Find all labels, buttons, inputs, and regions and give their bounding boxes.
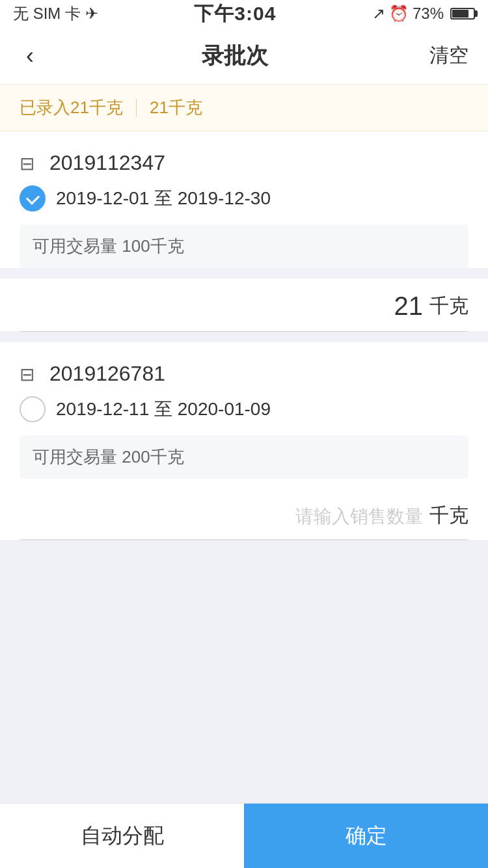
- batch-2-card: ⊟ 2019126781 2019-12-11 至 2020-01-09 可用交…: [0, 342, 488, 540]
- back-button[interactable]: ‹: [20, 36, 40, 76]
- batch-2-radio[interactable]: [20, 396, 46, 422]
- battery-icon: [450, 8, 475, 20]
- status-right: ↗ ⏰ 73%: [372, 5, 475, 23]
- bottom-bar: 自动分配 确定: [0, 803, 488, 868]
- page-title: 录批次: [202, 41, 268, 71]
- batch-2-unit: 千克: [429, 502, 468, 529]
- batch-2-sales-input[interactable]: [228, 505, 423, 527]
- batch-1-header: ⊟ 2019112347: [20, 151, 468, 175]
- batch-2-card-inner: ⊟ 2019126781 2019-12-11 至 2020-01-09 可用交…: [0, 342, 488, 479]
- batch-1-id: 2019112347: [49, 151, 165, 175]
- auto-distribute-button[interactable]: 自动分配: [0, 804, 244, 868]
- batch-1-amount-row: 千克: [0, 278, 488, 331]
- batch-2-icon: ⊟: [20, 364, 43, 385]
- status-time: 下午3:04: [194, 1, 276, 27]
- location-icon: ↗: [372, 5, 385, 23]
- batch-2-id: 2019126781: [49, 362, 165, 386]
- batch-2-date-row: 2019-12-11 至 2020-01-09: [20, 396, 468, 422]
- battery-text: 73%: [413, 5, 444, 23]
- batch-1-card: ⊟ 2019112347 2019-12-01 至 2019-12-30 可用交…: [0, 131, 488, 268]
- recorded-amount-label: 已录入21千克: [20, 96, 123, 119]
- batch-2-available: 可用交易量 200千克: [20, 435, 468, 479]
- status-left: 无 SIM 卡 ✈: [13, 3, 98, 24]
- info-banner: 已录入21千克 21千克: [0, 85, 488, 131]
- empty-area: [0, 540, 488, 826]
- sim-label: 无 SIM 卡 ✈: [13, 3, 98, 24]
- batch-1-date: 2019-12-01 至 2019-12-30: [56, 186, 271, 211]
- batch-1-icon: ⊟: [20, 153, 43, 174]
- batch-1-date-row: 2019-12-01 至 2019-12-30: [20, 185, 468, 211]
- banner-divider: [136, 99, 137, 117]
- clock-icon: ⏰: [389, 5, 409, 23]
- batch-1-available: 可用交易量 100千克: [20, 224, 468, 268]
- confirm-button[interactable]: 确定: [244, 804, 488, 868]
- batch-2-header: ⊟ 2019126781: [20, 362, 468, 386]
- section-divider: [0, 332, 488, 342]
- clear-button[interactable]: 清空: [429, 42, 468, 69]
- batch-1-amount-input[interactable]: [306, 292, 423, 321]
- nav-bar: ‹ 录批次 清空: [0, 27, 488, 85]
- batch-1-radio[interactable]: [20, 185, 46, 211]
- amount-value: 21千克: [150, 96, 202, 119]
- status-bar: 无 SIM 卡 ✈ 下午3:04 ↗ ⏰ 73%: [0, 0, 488, 27]
- batch-2-input-row: 千克: [0, 489, 488, 539]
- batch-2-date: 2019-12-11 至 2020-01-09: [56, 397, 271, 422]
- batch-1-unit: 千克: [429, 293, 468, 319]
